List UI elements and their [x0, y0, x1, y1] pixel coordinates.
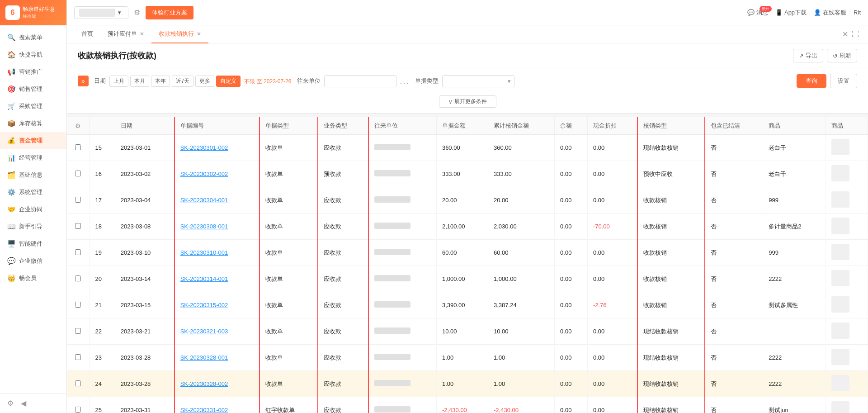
refresh-btn[interactable]: ↺ 刷新 — [827, 49, 857, 62]
sidebar-item-corp[interactable]: 🤝 企业协同 — [0, 201, 66, 218]
tab-close-all-icon[interactable]: ✕ — [840, 28, 850, 40]
row-no: 22 — [90, 318, 115, 345]
row-bill-no[interactable]: SK-20230304-001 — [175, 187, 259, 214]
row-checkbox[interactable] — [67, 292, 90, 318]
row-verify-amount: -2,430.00 — [488, 397, 555, 413]
topbar-gear-icon[interactable]: ⚙ — [132, 6, 142, 19]
table-row[interactable]: 23 2023-03-28 SK-20230328-001 收款单 应收款 1.… — [67, 345, 868, 371]
company-name — [79, 9, 115, 17]
row-goods — [763, 318, 826, 345]
sidebar-item-sales[interactable]: 🎯 销售管理 — [0, 81, 66, 98]
row-amount: -2,430.00 — [436, 397, 488, 413]
table-row[interactable]: 21 2023-03-15 SK-20230315-002 收款单 应收款 3,… — [67, 292, 868, 318]
row-checkbox[interactable] — [67, 318, 90, 345]
row-bill-no[interactable]: SK-20230328-002 — [175, 371, 259, 397]
row-bill-no[interactable]: SK-20230310-001 — [175, 240, 259, 266]
row-cash-discount: 0.00 — [587, 371, 637, 397]
row-verify-amount: 20.00 — [488, 187, 555, 214]
date-btn-last-month[interactable]: 上月 — [109, 76, 128, 87]
row-checkbox[interactable] — [67, 135, 90, 161]
row-bill-no[interactable]: SK-20230308-001 — [175, 214, 259, 240]
sidebar-item-wechat[interactable]: 💬 企业微信 — [0, 252, 66, 270]
unit-filter-dots[interactable]: ... — [400, 76, 410, 86]
row-biz-type: 应收款 — [318, 240, 368, 266]
bill-type-select[interactable] — [442, 75, 514, 87]
home-icon: 🏠 — [7, 51, 15, 59]
sidebar-item-base[interactable]: 🗂️ 基础信息 — [0, 166, 66, 184]
date-btn-this-year[interactable]: 本年 — [151, 76, 170, 87]
query-btn[interactable]: 查询 — [797, 74, 826, 88]
sidebar-item-ops[interactable]: 📊 经营管理 — [0, 149, 66, 166]
export-btn[interactable]: ↗ 导出 — [793, 49, 823, 62]
sidebar-item-guide[interactable]: 📖 新手引导 — [0, 218, 66, 235]
settings-bottom-icon[interactable]: ⚙ — [7, 399, 14, 408]
date-btn-this-month[interactable]: 本月 — [130, 76, 149, 87]
sidebar-item-label: 企业协同 — [19, 205, 42, 214]
col-bill-type-header: 单据类型 — [259, 117, 318, 135]
row-checkbox[interactable] — [67, 187, 90, 214]
row-no: 25 — [90, 397, 115, 413]
tab-home[interactable]: 首页 — [74, 25, 100, 43]
date-btn-custom[interactable]: 自定义 — [216, 76, 241, 87]
sidebar-item-inventory[interactable]: 📦 库存核算 — [0, 115, 66, 132]
sidebar-item-member[interactable]: 👑 畅会员 — [0, 270, 66, 287]
tab-prepay-close[interactable]: ✕ — [140, 31, 144, 37]
tab-fullscreen-icon[interactable]: ⛶ — [850, 28, 861, 40]
company-selector[interactable]: ▾ — [74, 6, 128, 19]
sidebar-item-funds[interactable]: 💰 资金管理 — [0, 132, 66, 149]
table-row[interactable]: 24 2023-03-28 SK-20230328-002 收款单 应收款 1.… — [67, 371, 868, 397]
col-settings-icon[interactable]: ⚙ — [75, 122, 81, 129]
unit-filter-input[interactable] — [324, 75, 396, 87]
search-icon: 🔍 — [7, 33, 15, 42]
date-btn-more[interactable]: 更多 — [195, 76, 214, 87]
table-row[interactable]: 19 2023-03-10 SK-20230310-001 收款单 应收款 60… — [67, 240, 868, 266]
table-row[interactable]: 16 2023-03-02 SK-20230302-002 收款单 预收款 33… — [67, 161, 868, 187]
message-btn[interactable]: 💬 消息 99+ — [747, 9, 768, 17]
row-bill-no[interactable]: SK-20230321-003 — [175, 318, 259, 345]
row-bill-no[interactable]: SK-20230302-002 — [175, 161, 259, 187]
col-no-header — [90, 117, 115, 135]
online-service-btn[interactable]: 👤 在线客服 — [814, 9, 846, 17]
row-bill-type: 收款单 — [259, 371, 318, 397]
date-btn-7days[interactable]: 近7天 — [172, 76, 194, 87]
row-checkbox[interactable] — [67, 345, 90, 371]
filter-expand-btn[interactable]: » — [78, 76, 89, 86]
row-bill-no[interactable]: SK-20230314-001 — [175, 266, 259, 292]
row-bill-no[interactable]: SK-20230301-002 — [175, 135, 259, 161]
row-checkbox[interactable] — [67, 371, 90, 397]
table-row[interactable]: 15 2023-03-01 SK-20230301-002 收款单 应收款 36… — [67, 135, 868, 161]
row-checkbox[interactable] — [67, 161, 90, 187]
tab-prepay[interactable]: 预计应付单 ✕ — [100, 25, 151, 43]
table-row[interactable]: 17 2023-03-04 SK-20230304-001 收款单 应收款 20… — [67, 187, 868, 214]
row-checkbox[interactable] — [67, 397, 90, 413]
row-bill-no[interactable]: SK-20230328-001 — [175, 345, 259, 371]
row-date: 2023-03-14 — [115, 266, 174, 292]
col-settings-header[interactable]: ⚙ — [67, 117, 90, 135]
sidebar-item-purchase[interactable]: 🛒 采购管理 — [0, 98, 66, 115]
row-balance: 0.00 — [555, 187, 588, 214]
row-checkbox[interactable] — [67, 214, 90, 240]
app-download-btn[interactable]: 📱 App下载 — [775, 9, 807, 17]
table-row[interactable]: 22 2023-03-21 SK-20230321-003 收款单 应收款 10… — [67, 318, 868, 345]
table-row[interactable]: 18 2023-03-08 SK-20230308-001 收款单 应收款 2,… — [67, 214, 868, 240]
row-checkbox[interactable] — [67, 240, 90, 266]
row-checkbox[interactable] — [67, 266, 90, 292]
industry-btn[interactable]: 体验行业方案 — [146, 6, 193, 19]
handshake-icon: 🤝 — [7, 205, 15, 214]
sidebar-item-marketing[interactable]: 📢 营销推广 — [0, 63, 66, 81]
table-row[interactable]: 25 2023-03-31 SK-20230331-002 红字收款单 应收款 … — [67, 397, 868, 413]
filter-settings-btn[interactable]: 设置 — [830, 74, 857, 88]
tab-collection[interactable]: 收款核销执行 ✕ — [151, 25, 208, 43]
collapse-icon[interactable]: ◀ — [21, 399, 26, 408]
expand-more-btn[interactable]: ∨ 展开更多条件 — [439, 95, 496, 108]
row-amount: 333.00 — [436, 161, 488, 187]
sidebar-item-shortcut[interactable]: 🏠 快捷导航 — [0, 46, 66, 63]
table-row[interactable]: 20 2023-03-14 SK-20230314-001 收款单 应收款 1,… — [67, 266, 868, 292]
user-avatar[interactable]: Rit — [854, 9, 861, 16]
row-bill-no[interactable]: SK-20230331-002 — [175, 397, 259, 413]
tab-collection-close[interactable]: ✕ — [197, 31, 201, 37]
sidebar-item-search[interactable]: 🔍 搜索菜单 — [0, 29, 66, 46]
sidebar-item-hardware[interactable]: 🖥️ 智能硬件 — [0, 235, 66, 252]
sidebar-item-sys[interactable]: ⚙️ 系统管理 — [0, 184, 66, 201]
row-bill-no[interactable]: SK-20230315-002 — [175, 292, 259, 318]
